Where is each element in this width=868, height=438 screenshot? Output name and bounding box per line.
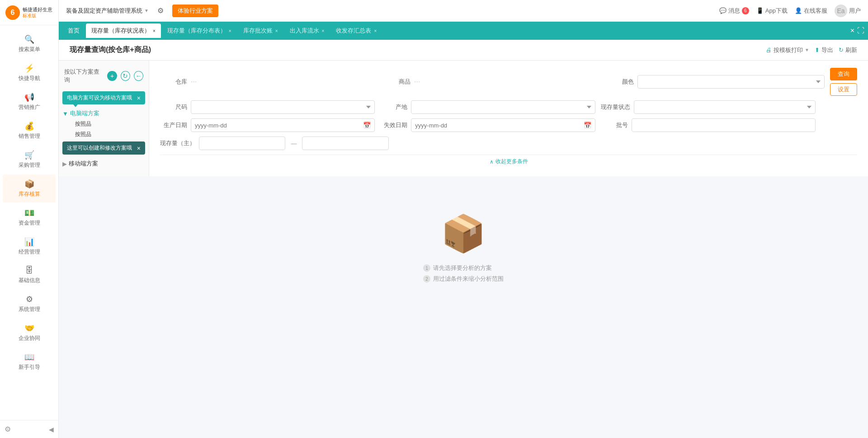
scheme-desktop[interactable]: ▼ 电脑端方案 (59, 108, 149, 119)
stock-status-label: 现存量状态 (601, 103, 630, 111)
tutorial-icon: 📖 (24, 352, 34, 362)
field-goods: 商品 ··· (383, 78, 601, 86)
sidebar-item-label: 采购管理 (19, 161, 40, 169)
user-avatar: Ea (835, 5, 847, 17)
sidebar-item-sales[interactable]: 💰 销售管理 (3, 117, 56, 145)
search-panel-header: 按以下方案查询 + ↻ ← (59, 64, 149, 86)
sidebar-item-enterprise[interactable]: 🤝 企业协同 (3, 319, 56, 347)
stock-qty-max[interactable] (302, 137, 388, 150)
sidebar-item-inventory[interactable]: 📦 库存核算 (3, 174, 56, 203)
sidebar-item-system[interactable]: ⚙ 系统管理 (3, 290, 56, 318)
user-btn[interactable]: Ea 用户 (835, 5, 861, 17)
scheme-tooltip-1-close[interactable]: × (137, 94, 141, 102)
tabs-fullscreen-icon[interactable]: ⛶ (857, 27, 864, 35)
warehouse-more-icon[interactable]: ··· (191, 78, 197, 86)
tab-close-icon[interactable]: × (229, 28, 231, 33)
goods-more-icon[interactable]: ··· (414, 78, 420, 86)
sidebar-item-marketing[interactable]: 📢 营销推广 (3, 88, 56, 116)
header-settings-btn[interactable]: ⚙ (154, 5, 167, 17)
empty-illustration: 📦 (441, 212, 486, 255)
tip-num-2: 2 (423, 275, 430, 283)
main-area: 装备及固定资产辅助管理系统 ▼ ⚙ 体验行业方案 💬 消息 6 📱 App下载 … (59, 0, 868, 438)
scheme-tooltip-2-close[interactable]: × (137, 145, 141, 152)
tab-summary[interactable]: 收发存汇总表 × (330, 24, 382, 38)
system-selector[interactable]: 装备及固定资产辅助管理系统 ▼ (66, 7, 149, 15)
export-icon: ⬆ (815, 47, 820, 53)
add-scheme-btn[interactable]: + (107, 71, 117, 81)
notifications-btn[interactable]: 💬 消息 6 (719, 7, 749, 15)
tab-inventory-status[interactable]: 现存量（库存状况表） × (86, 24, 161, 38)
sidebar-item-label: 基础信息 (19, 277, 40, 284)
page-header: 现存量查询(按仓库+商品) 🖨 按模板打印 ▼ ⬆ 导出 ↻ 刷新 (59, 40, 868, 61)
notification-badge: 6 (742, 7, 749, 14)
stock-qty-label: 现存量（主） (160, 139, 195, 147)
main-body: 按以下方案查询 + ↻ ← 电脑方案可设为移动方案哦 × (59, 61, 868, 176)
logo-icon: 6 (5, 5, 20, 20)
tab-close-icon[interactable]: × (153, 28, 156, 33)
tab-batch-account[interactable]: 库存批次账 × (238, 24, 283, 38)
size-select[interactable] (191, 100, 375, 114)
produce-date-label: 生产日期 (160, 121, 187, 129)
page-actions: 🖨 按模板打印 ▼ ⬆ 导出 ↻ 刷新 (766, 46, 857, 54)
origin-select[interactable] (411, 100, 595, 114)
support-icon: 👤 (795, 7, 802, 14)
tab-inventory-distribution[interactable]: 现存量（库存分布表） × (162, 24, 237, 38)
tab-inout-flow[interactable]: 出入库流水 × (284, 24, 330, 38)
query-btn[interactable]: 查询 (830, 68, 857, 80)
back-scheme-btn[interactable]: ← (134, 71, 143, 81)
tab-home[interactable]: 首页 (62, 24, 85, 38)
origin-label: 产地 (380, 103, 407, 111)
tabs-close-all-icon[interactable]: × (850, 27, 854, 35)
scheme-child-1[interactable]: 按照品 (68, 119, 149, 129)
tip-num-1: 1 (423, 264, 430, 272)
finance-icon: 💵 (24, 208, 34, 218)
operations-icon: 📊 (24, 237, 34, 247)
sidebar-item-search[interactable]: 🔍 搜索菜单 (3, 30, 56, 58)
field-produce-date: 生产日期 📅 (160, 118, 375, 132)
sidebar-item-tutorial[interactable]: 📖 新手引导 (3, 348, 56, 376)
tab-close-icon[interactable]: × (374, 28, 377, 33)
field-size: 尺码 (160, 100, 375, 114)
sidebar-item-basic-info[interactable]: 🗄 基础信息 (3, 261, 56, 289)
produce-date-input[interactable] (195, 122, 361, 129)
color-select[interactable] (637, 75, 825, 89)
sidebar-item-label: 资金管理 (19, 219, 40, 227)
online-support-btn[interactable]: 👤 在线客服 (795, 7, 827, 15)
sidebar-collapse-icon[interactable]: ◀ (49, 426, 54, 433)
sidebar-nav: 🔍 搜索菜单 ⚡ 快捷导航 📢 营销推广 💰 销售管理 🛒 采购管理 📦 库存核… (0, 25, 58, 420)
print-btn[interactable]: 🖨 按模板打印 ▼ (766, 46, 809, 54)
stock-status-select[interactable] (634, 100, 816, 114)
logo: 6 畅捷通好生意 标准版 (0, 0, 58, 25)
batch-input[interactable] (632, 118, 816, 132)
basic-info-icon: 🗄 (25, 266, 33, 275)
tab-close-icon[interactable]: × (322, 28, 325, 33)
field-warehouse: 仓库 ··· (160, 78, 378, 86)
sidebar-settings-icon[interactable]: ⚙ (5, 425, 11, 433)
refresh-scheme-btn[interactable]: ↻ (121, 71, 130, 81)
refresh-btn[interactable]: ↻ 刷新 (839, 46, 857, 54)
expire-cal-icon[interactable]: 📅 (584, 122, 591, 129)
industry-btn[interactable]: 体验行业方案 (172, 5, 218, 17)
scheme-tooltip-2: 这里可以创建和修改方案哦 × (62, 141, 145, 155)
sidebar-item-operations[interactable]: 📊 经营管理 (3, 232, 56, 260)
tab-close-icon[interactable]: × (275, 28, 278, 33)
collapse-up-icon: ∧ (490, 159, 494, 165)
sales-icon: 💰 (24, 121, 34, 131)
scheme-mobile[interactable]: ▶ 移动端方案 (59, 158, 149, 169)
stock-qty-min[interactable] (199, 137, 285, 150)
produce-cal-icon[interactable]: 📅 (363, 122, 371, 129)
sidebar-item-finance[interactable]: 💵 资金管理 (3, 203, 56, 231)
export-btn[interactable]: ⬆ 导出 (815, 46, 833, 54)
content-area: 现存量查询(按仓库+商品) 🖨 按模板打印 ▼ ⬆ 导出 ↻ 刷新 (59, 40, 868, 438)
sidebar-item-purchase[interactable]: 🛒 采购管理 (3, 146, 56, 174)
scheme-child-2[interactable]: 按照品 (68, 129, 149, 140)
sidebar-item-quicknav[interactable]: ⚡ 快捷导航 (3, 59, 56, 87)
header-right: 💬 消息 6 📱 App下载 👤 在线客服 Ea 用户 (719, 5, 861, 17)
purchase-icon: 🛒 (24, 150, 34, 160)
sidebar-item-label: 快捷导航 (19, 75, 40, 82)
app-download-btn[interactable]: 📱 App下载 (756, 7, 788, 15)
reset-btn[interactable]: 设置 (830, 83, 857, 96)
field-origin: 产地 (380, 100, 595, 114)
collapse-btn[interactable]: ∧ 收起更多条件 (160, 155, 857, 168)
expire-date-input[interactable] (415, 122, 581, 129)
